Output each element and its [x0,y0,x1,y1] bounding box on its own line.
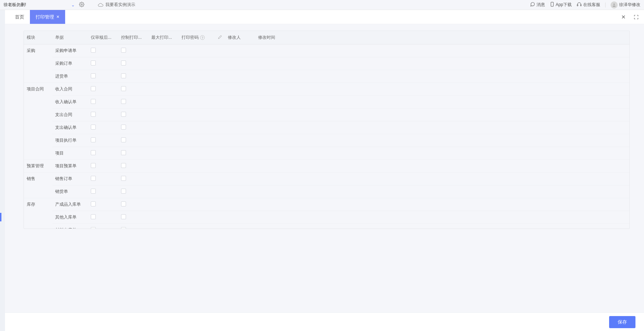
tab-home[interactable]: 首页 [9,10,30,24]
control-checkbox[interactable] [121,176,126,181]
audit-checkbox[interactable] [91,61,96,65]
audit-checkbox[interactable] [91,125,96,130]
cell-audit [88,96,118,109]
close-icon[interactable]: ✕ [56,15,59,19]
control-checkbox[interactable] [121,112,126,117]
cell-max-print[interactable] [148,109,179,121]
table-scroll[interactable]: 模块 单据 仅审核后... 控制打印... 最大打印... 打印密码 ? [24,31,629,228]
topbar: 徐老板勿删! ⌄ 我要看实例演示 消息 [0,0,644,10]
cell-password[interactable] [179,134,225,147]
gear-icon[interactable] [79,2,84,8]
cell-audit [88,211,118,224]
cell-max-print[interactable] [148,173,179,185]
cloud-icon [98,3,104,7]
cell-document: 进货单 [52,70,88,83]
cell-max-print[interactable] [148,147,179,160]
cell-password[interactable] [179,44,225,57]
control-checkbox[interactable] [121,137,126,142]
user-menu[interactable]: 徐泽华修改 [611,1,640,9]
control-checkbox[interactable] [121,48,126,53]
cell-password[interactable] [179,185,225,198]
cell-max-print[interactable] [148,83,179,96]
cell-password[interactable] [179,70,225,83]
audit-checkbox[interactable] [91,214,96,219]
audit-checkbox[interactable] [91,99,96,104]
cell-password[interactable] [179,173,225,185]
support-link[interactable]: 在线客服 [577,2,600,8]
cell-max-print[interactable] [148,185,179,198]
cell-password[interactable] [179,57,225,70]
control-checkbox[interactable] [121,125,126,130]
edit-icon[interactable] [218,35,222,40]
demo-link[interactable]: 我要看实例演示 [98,2,135,8]
save-button[interactable]: 保存 [609,316,635,328]
table-row: 库存产成品入库单 [24,198,629,211]
cell-max-print[interactable] [148,224,179,229]
cell-modifier [225,70,255,83]
control-checkbox[interactable] [121,73,126,78]
cell-control [118,211,148,224]
audit-checkbox[interactable] [91,189,96,194]
tab-active-label: 打印管理 [36,14,54,20]
chevron-down-icon: ⌄ [71,2,75,7]
messages-link[interactable]: 消息 [530,2,545,8]
audit-checkbox[interactable] [91,176,96,181]
close-all-button[interactable]: ✕ [618,12,628,22]
audit-checkbox[interactable] [91,48,96,53]
th-audit-only: 仅审核后... [88,31,118,44]
cell-modifier [225,121,255,134]
company-selector[interactable]: 徐老板勿删! ⌄ [4,1,75,9]
cell-password[interactable] [179,160,225,173]
cell-password[interactable] [179,121,225,134]
cell-max-print[interactable] [148,121,179,134]
audit-checkbox[interactable] [91,227,96,228]
audit-checkbox[interactable] [91,112,96,117]
cell-password[interactable] [179,109,225,121]
control-checkbox[interactable] [121,150,126,155]
cell-max-print[interactable] [148,211,179,224]
fullscreen-button[interactable] [631,12,641,22]
control-checkbox[interactable] [121,163,126,168]
table-row: 其他入库单 [24,211,629,224]
tab-home-label: 首页 [15,14,24,20]
cell-max-print[interactable] [148,44,179,57]
tabs-row: 首页 打印管理 ✕ ✕ [5,10,644,24]
cell-max-print[interactable] [148,134,179,147]
cell-max-print[interactable] [148,96,179,109]
cell-password[interactable] [179,211,225,224]
audit-checkbox[interactable] [91,73,96,78]
cell-password[interactable] [179,198,225,211]
control-checkbox[interactable] [121,214,126,219]
control-checkbox[interactable] [121,201,126,206]
audit-checkbox[interactable] [91,137,96,142]
control-checkbox[interactable] [121,227,126,228]
cell-max-print[interactable] [148,57,179,70]
cell-modify-time [255,134,629,147]
control-checkbox[interactable] [121,61,126,65]
cell-password[interactable] [179,147,225,160]
control-checkbox[interactable] [121,99,126,104]
cell-modify-time [255,57,629,70]
audit-checkbox[interactable] [91,86,96,91]
cell-control [118,134,148,147]
svg-rect-4 [581,5,581,6]
cell-modifier [225,224,255,229]
cell-control [118,96,148,109]
audit-checkbox[interactable] [91,150,96,155]
app-download-link[interactable]: App下载 [550,2,572,8]
cell-modifier [225,96,255,109]
cell-audit [88,160,118,173]
cell-modifier [225,198,255,211]
cell-max-print[interactable] [148,160,179,173]
control-checkbox[interactable] [121,86,126,91]
cell-max-print[interactable] [148,198,179,211]
audit-checkbox[interactable] [91,163,96,168]
help-icon[interactable]: ? [200,35,205,40]
cell-password[interactable] [179,224,225,229]
audit-checkbox[interactable] [91,201,96,206]
cell-password[interactable] [179,83,225,96]
control-checkbox[interactable] [121,189,126,194]
cell-password[interactable] [179,96,225,109]
cell-max-print[interactable] [148,70,179,83]
tab-print-management[interactable]: 打印管理 ✕ [30,10,65,24]
